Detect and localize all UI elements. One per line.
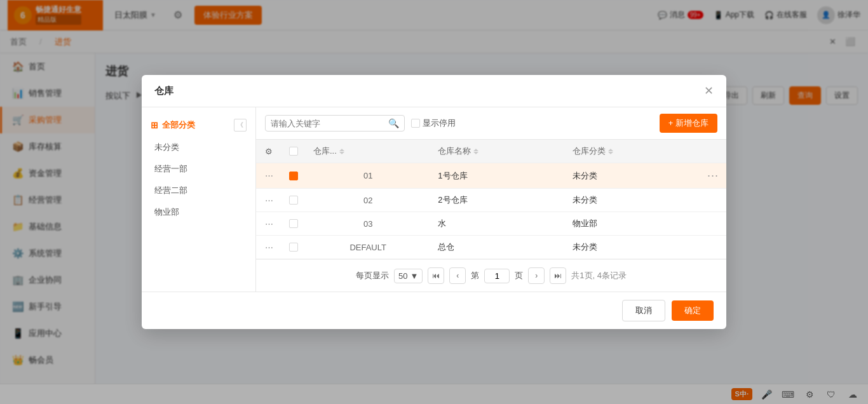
row-gear[interactable]: ⋯	[256, 163, 281, 189]
confirm-button[interactable]: 确定	[672, 300, 714, 321]
page-first-btn[interactable]: ⏮	[428, 267, 444, 284]
row-gear[interactable]: ⋯	[256, 212, 281, 236]
search-input[interactable]	[271, 119, 384, 128]
warehouse-table-element: ⚙ 仓库...	[256, 140, 726, 259]
page-label: 第	[471, 270, 479, 281]
show-disabled-checkbox[interactable]	[411, 119, 420, 128]
category-header: ⊞ 全部分类 《	[142, 114, 255, 137]
table-row[interactable]: ⋯ 03 水 物业部	[256, 212, 726, 236]
warehouse-modal: 仓库 ✕ ⊞ 全部分类 《 未分类 经营一部 经营二部 物业部	[142, 75, 726, 329]
cat-item-ops2[interactable]: 经营二部	[142, 180, 255, 201]
row-checkbox[interactable]	[289, 196, 298, 205]
row-name: 总仓	[430, 236, 565, 259]
page-last-btn[interactable]: ⏭	[550, 267, 566, 284]
table-row[interactable]: ⋯ 02 2号仓库 未分类	[256, 189, 726, 212]
row-checkbox[interactable]	[289, 243, 298, 252]
page-total: 共1页, 4条记录	[571, 270, 627, 281]
table-row[interactable]: ⋯ 01 1号仓库 未分类 ···	[256, 163, 726, 189]
modal-overlay: 仓库 ✕ ⊞ 全部分类 《 未分类 经营一部 经营二部 物业部	[0, 0, 868, 404]
search-box: 🔍	[265, 115, 405, 131]
row-name: 2号仓库	[430, 189, 565, 212]
sort-icon-name	[473, 149, 478, 154]
row-num: 01	[306, 163, 430, 189]
col-check	[281, 140, 306, 163]
modal-close-btn[interactable]: ✕	[704, 84, 714, 98]
modal-body: ⊞ 全部分类 《 未分类 经营一部 经营二部 物业部 🔍	[142, 107, 726, 292]
per-page-select[interactable]: 50 ▼	[394, 269, 423, 283]
col-gear: ⚙	[256, 140, 281, 163]
row-action	[700, 236, 726, 259]
modal-title: 仓库	[154, 85, 173, 97]
show-disabled-label[interactable]: 显示停用	[411, 118, 456, 129]
all-categories-btn[interactable]: ⊞ 全部分类	[151, 119, 195, 131]
search-icon[interactable]: 🔍	[388, 118, 399, 128]
row-action	[700, 212, 726, 236]
row-check-cell	[281, 163, 306, 189]
row-gear[interactable]: ⋯	[256, 236, 281, 259]
row-num: 02	[306, 189, 430, 212]
row-check-cell	[281, 236, 306, 259]
page-prev-btn[interactable]: ‹	[449, 267, 466, 284]
header-checkbox[interactable]	[289, 147, 298, 156]
row-check-cell	[281, 189, 306, 212]
row-checkbox[interactable]	[289, 219, 298, 228]
page-input[interactable]	[484, 269, 510, 283]
sort-icon-cat	[608, 149, 613, 154]
category-panel: ⊞ 全部分类 《 未分类 经营一部 经营二部 物业部	[142, 107, 256, 292]
row-check-cell	[281, 212, 306, 236]
row-action	[700, 189, 726, 212]
row-gear[interactable]: ⋯	[256, 189, 281, 212]
per-page-label: 每页显示	[356, 270, 389, 281]
cat-item-property[interactable]: 物业部	[142, 201, 255, 223]
row-action: ···	[700, 163, 726, 189]
col-code: 仓库...	[306, 140, 430, 163]
cat-item-ops1[interactable]: 经营一部	[142, 158, 255, 180]
row-dots-btn[interactable]: ···	[707, 169, 719, 182]
col-category: 仓库分类	[565, 140, 700, 163]
col-cat-sort[interactable]: 仓库分类	[573, 145, 692, 157]
modal-footer: 取消 确定	[142, 292, 726, 329]
warehouse-toolbar: 🔍 显示停用 + 新增仓库	[256, 107, 726, 140]
warehouse-table: ⚙ 仓库...	[256, 140, 726, 259]
row-category: 未分类	[565, 189, 700, 212]
row-num: DEFAULT	[306, 236, 430, 259]
select-arrow-icon: ▼	[410, 271, 418, 281]
sort-icon-code	[339, 149, 344, 154]
col-actions	[700, 140, 726, 163]
row-category: 未分类	[565, 236, 700, 259]
pagination: 每页显示 50 ▼ ⏮ ‹ 第 页 › ⏭ 共1页, 4条记录	[256, 259, 726, 292]
row-category: 未分类	[565, 163, 700, 189]
col-name: 仓库名称	[430, 140, 565, 163]
col-code-sort[interactable]: 仓库...	[313, 145, 423, 157]
row-checkbox[interactable]	[289, 172, 298, 180]
page-unit: 页	[515, 270, 523, 281]
page-next-btn[interactable]: ›	[528, 267, 545, 284]
collapse-btn[interactable]: 《	[234, 119, 247, 131]
modal-header: 仓库 ✕	[142, 75, 726, 107]
row-category: 物业部	[565, 212, 700, 236]
row-name: 水	[430, 212, 565, 236]
cat-item-unclassified[interactable]: 未分类	[142, 137, 255, 158]
grid-icon: ⊞	[151, 120, 158, 130]
warehouse-content: 🔍 显示停用 + 新增仓库 ⚙	[256, 107, 726, 292]
cancel-button[interactable]: 取消	[622, 300, 665, 321]
row-name: 1号仓库	[430, 163, 565, 189]
add-warehouse-btn[interactable]: + 新增仓库	[660, 114, 717, 133]
row-num: 03	[306, 212, 430, 236]
table-row[interactable]: ⋯ DEFAULT 总仓 未分类	[256, 236, 726, 259]
col-name-sort[interactable]: 仓库名称	[438, 145, 557, 157]
